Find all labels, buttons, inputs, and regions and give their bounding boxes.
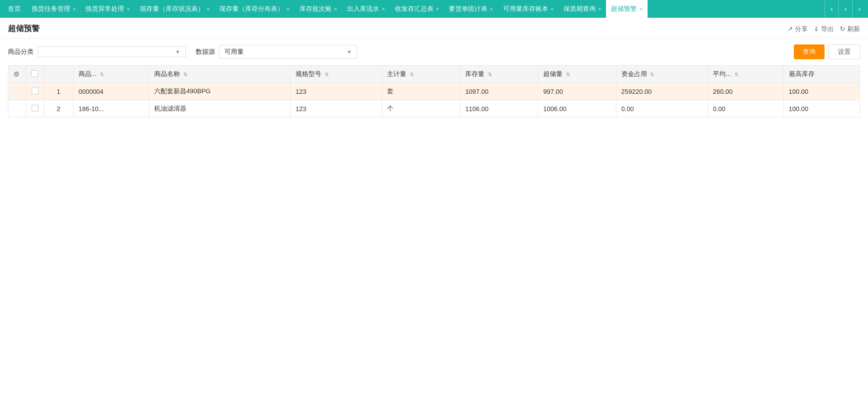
td-stock-2: 1106.00 <box>460 100 538 118</box>
nav-close-3[interactable]: × <box>286 6 289 12</box>
sort-icon-capital: ⇅ <box>650 72 654 77</box>
th-spec[interactable]: 规格型号 ⇅ <box>290 66 382 83</box>
td-stock-1: 1097.00 <box>460 83 538 100</box>
datasource-select[interactable]: 可用量 ▼ <box>219 45 357 59</box>
nav-item-1[interactable]: 拣货异常处理 × <box>81 0 134 18</box>
row-checkbox-1[interactable] <box>32 87 39 94</box>
nav-item-label-1: 拣货异常处理 <box>86 4 124 13</box>
th-stock[interactable]: 库存量 ⇅ <box>460 66 538 83</box>
table-row: 1 0000004 六配套新昌490BPG 123 套 1097.00 997.… <box>8 83 860 100</box>
nav-item-3[interactable]: 现存量（库存分布表） × <box>215 0 294 18</box>
category-chevron-icon: ▼ <box>175 49 180 55</box>
row-checkbox-2[interactable] <box>32 105 39 112</box>
nav-item-2[interactable]: 现存量（库存状况表） × <box>135 0 215 18</box>
nav-item-6[interactable]: 收发存汇总表 × <box>390 0 444 18</box>
nav-close-1[interactable]: × <box>127 6 130 12</box>
sort-icon-stock: ⇅ <box>488 72 492 77</box>
td-product-code-1: 0000004 <box>73 83 149 100</box>
data-table: ⚙ 商品... ⇅ 商品名称 ⇅ 规格型号 ⇅ <box>8 65 860 118</box>
td-overstock-2: 1006.00 <box>538 100 616 118</box>
settings-button[interactable]: 设置 <box>828 44 860 59</box>
filter-area: 商品分类 ▼ 数据源 可用量 ▼ 查询 设置 <box>0 39 868 65</box>
th-max-stock[interactable]: 最高库存 <box>783 66 860 83</box>
td-row-action-2 <box>8 100 26 118</box>
sort-icon-avg: ⇅ <box>735 72 738 77</box>
td-product-name-1: 六配套新昌490BPG <box>149 83 291 100</box>
datasource-label: 数据源 <box>196 47 215 56</box>
th-avg[interactable]: 平均... ⇅ <box>708 66 783 83</box>
td-unit-1: 套 <box>382 83 460 100</box>
datasource-select-value: 可用量 <box>224 47 244 56</box>
nav-close-5[interactable]: × <box>382 6 385 12</box>
nav-more-button[interactable]: › <box>852 0 866 18</box>
th-unit[interactable]: 主计量 ⇅ <box>382 66 460 83</box>
nav-arrows: ‹ › › <box>825 0 866 18</box>
th-settings[interactable]: ⚙ <box>8 66 26 83</box>
category-filter: 商品分类 ▼ <box>8 46 186 57</box>
nav-item-label-9: 保质期查询 <box>564 4 596 13</box>
nav-item-5[interactable]: 出入库流水 × <box>342 0 390 18</box>
header-checkbox[interactable] <box>31 70 38 77</box>
category-select[interactable]: ▼ <box>38 46 186 57</box>
nav-item-label-4: 库存批次账 <box>300 4 332 13</box>
nav-item-label-6: 收发存汇总表 <box>395 4 434 13</box>
sort-icon-product-code: ⇅ <box>100 72 104 77</box>
nav-close-4[interactable]: × <box>334 6 337 12</box>
sort-icon-overstock: ⇅ <box>566 72 570 77</box>
nav-item-label-8: 可用量库存账本 <box>503 4 548 13</box>
th-product-code[interactable]: 商品... ⇅ <box>73 66 149 83</box>
td-unit-2: 个 <box>382 100 460 118</box>
refresh-button[interactable]: ↻ 刷新 <box>840 25 860 34</box>
nav-close-2[interactable]: × <box>207 6 210 12</box>
th-capital[interactable]: 资金占用 ⇅ <box>616 66 707 83</box>
nav-home[interactable]: 首页 <box>2 4 27 13</box>
refresh-label: 刷新 <box>847 25 860 34</box>
th-product-name[interactable]: 商品名称 ⇅ <box>149 66 291 83</box>
td-avg-2: 0.00 <box>708 100 783 118</box>
nav-close-7[interactable]: × <box>490 6 493 12</box>
nav-close-10[interactable]: × <box>639 6 642 12</box>
nav-item-10[interactable]: 超储预警 × <box>606 0 647 18</box>
nav-close-8[interactable]: × <box>551 6 554 12</box>
refresh-icon: ↻ <box>840 25 845 33</box>
filter-actions: 查询 设置 <box>794 44 860 59</box>
td-spec-1: 123 <box>290 83 382 100</box>
query-button[interactable]: 查询 <box>794 44 825 59</box>
nav-close-6[interactable]: × <box>436 6 439 12</box>
nav-item-label-2: 现存量（库存状况表） <box>140 4 204 13</box>
th-checkbox[interactable] <box>26 66 44 83</box>
nav-next-button[interactable]: › <box>838 0 852 18</box>
export-button[interactable]: ⇓ 导出 <box>814 25 834 34</box>
table-container: ⚙ 商品... ⇅ 商品名称 ⇅ 规格型号 ⇅ <box>0 65 868 118</box>
nav-bar: 首页 拣货任务管理 × 拣货异常处理 × 现存量（库存状况表） × 现存量（库存… <box>0 0 868 18</box>
td-capital-1: 259220.00 <box>616 83 707 100</box>
td-product-name-2: 机油滤清器 <box>149 100 291 118</box>
nav-item-0[interactable]: 拣货任务管理 × <box>27 0 81 18</box>
export-icon: ⇓ <box>814 25 819 33</box>
td-max-stock-1: 100.00 <box>783 83 860 100</box>
th-row-num <box>44 66 74 83</box>
td-overstock-1: 997.00 <box>538 83 616 100</box>
td-checkbox-2[interactable] <box>26 100 44 118</box>
nav-item-label-7: 要货单统计表 <box>449 4 487 13</box>
td-max-stock-2: 100.00 <box>783 100 860 118</box>
gear-icon[interactable]: ⚙ <box>13 70 20 78</box>
td-checkbox-1[interactable] <box>26 83 44 100</box>
share-icon: ↗ <box>787 25 793 33</box>
table-header-row: ⚙ 商品... ⇅ 商品名称 ⇅ 规格型号 ⇅ <box>8 66 860 83</box>
nav-prev-button[interactable]: ‹ <box>825 0 838 18</box>
th-overstock[interactable]: 超储量 ⇅ <box>538 66 616 83</box>
nav-item-7[interactable]: 要货单统计表 × <box>444 0 498 18</box>
nav-close-9[interactable]: × <box>598 6 601 12</box>
nav-item-4[interactable]: 库存批次账 × <box>295 0 342 18</box>
share-button[interactable]: ↗ 分享 <box>787 25 808 34</box>
page-header: 超储预警 ↗ 分享 ⇓ 导出 ↻ 刷新 <box>0 18 868 39</box>
header-actions: ↗ 分享 ⇓ 导出 ↻ 刷新 <box>787 25 860 34</box>
sort-icon-spec: ⇅ <box>325 72 329 77</box>
nav-close-0[interactable]: × <box>73 6 76 12</box>
datasource-filter: 数据源 可用量 ▼ <box>196 45 357 59</box>
nav-item-8[interactable]: 可用量库存账本 × <box>498 0 559 18</box>
nav-item-9[interactable]: 保质期查询 × <box>559 0 606 18</box>
td-rownum-2: 2 <box>44 100 74 118</box>
td-capital-2: 0.00 <box>616 100 707 118</box>
